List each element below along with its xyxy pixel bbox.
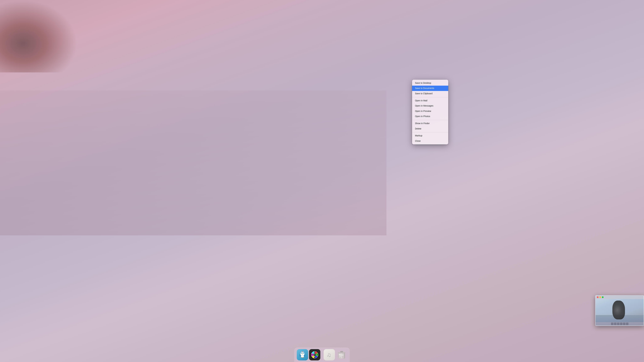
svg-point-20	[312, 354, 312, 355]
desktop: Save to Desktop Save to Documents Save t…	[0, 0, 644, 362]
menu-item-open-in-preview[interactable]: Open in Preview	[412, 109, 448, 114]
menu-item-markup[interactable]: Markup	[412, 133, 448, 138]
menu-item-open-in-messages[interactable]: Open in Messages	[412, 103, 448, 109]
svg-point-21	[317, 354, 318, 355]
tweetbot-svg	[299, 351, 306, 359]
music-icon: ♫	[324, 349, 335, 361]
background-water	[0, 90, 386, 235]
menu-section-markup: Markup Close	[412, 132, 448, 144]
preview-dock-icon-1	[611, 323, 614, 325]
svg-rect-11	[302, 357, 302, 358]
menu-section-finder: Show in Finder Delete	[412, 120, 448, 132]
svg-text:♫: ♫	[327, 352, 331, 358]
preview-min-btn[interactable]	[599, 296, 601, 298]
dock-item-trash[interactable]	[336, 349, 347, 361]
music-svg: ♫	[326, 351, 333, 359]
menu-item-open-in-mail[interactable]: Open in Mail	[412, 98, 448, 103]
svg-point-13	[301, 355, 304, 357]
svg-point-17	[314, 354, 316, 356]
menu-item-open-in-photos[interactable]: Open in Photos	[412, 114, 448, 119]
svg-point-19	[314, 357, 315, 358]
menu-item-close[interactable]: Close	[412, 138, 448, 144]
preview-dock-icon-6	[626, 323, 628, 325]
menu-item-show-in-finder[interactable]: Show in Finder	[412, 121, 448, 126]
dock-item-tweetbot[interactable]	[297, 349, 308, 361]
dock: ♫	[294, 348, 350, 362]
context-menu: Save to Desktop Save to Documents Save t…	[412, 80, 448, 145]
preview-close-btn[interactable]	[597, 296, 598, 298]
preview-dock-bar	[596, 322, 644, 326]
dock-item-permute[interactable]	[309, 349, 320, 361]
dock-separator	[322, 352, 322, 361]
menu-item-save-to-clipboard[interactable]: Save to Clipboard	[412, 91, 448, 96]
menu-section-open: Open in Mail Open in Messages Open in Pr…	[412, 97, 448, 120]
dock-item-music[interactable]: ♫	[324, 349, 335, 361]
tweetbot-icon	[297, 349, 308, 361]
svg-point-5	[303, 353, 304, 353]
svg-point-8	[302, 351, 303, 352]
menu-item-save-to-desktop[interactable]: Save to Desktop	[412, 80, 448, 86]
preview-dock-icon-5	[623, 323, 626, 325]
background-rocks	[0, 0, 77, 72]
trash-svg	[337, 350, 346, 360]
permute-svg	[310, 350, 320, 360]
preview-titlebar	[596, 296, 644, 299]
screenshot-preview	[595, 295, 644, 326]
svg-rect-12	[303, 357, 304, 358]
menu-item-save-to-documents[interactable]: Save to Documents	[412, 86, 448, 91]
svg-rect-25	[340, 351, 343, 352]
preview-dock-icon-3	[617, 323, 620, 325]
trash-icon	[336, 349, 347, 361]
permute-icon	[309, 349, 320, 361]
menu-item-delete[interactable]: Delete	[412, 126, 448, 131]
svg-rect-29	[339, 354, 341, 355]
svg-point-4	[302, 353, 302, 353]
preview-rock	[612, 301, 625, 320]
svg-point-18	[314, 352, 315, 353]
menu-section-save: Save to Desktop Save to Documents Save t…	[412, 80, 448, 97]
preview-dock-icon-2	[614, 323, 616, 325]
preview-dock-icon-4	[620, 323, 622, 325]
preview-max-btn[interactable]	[602, 296, 604, 298]
